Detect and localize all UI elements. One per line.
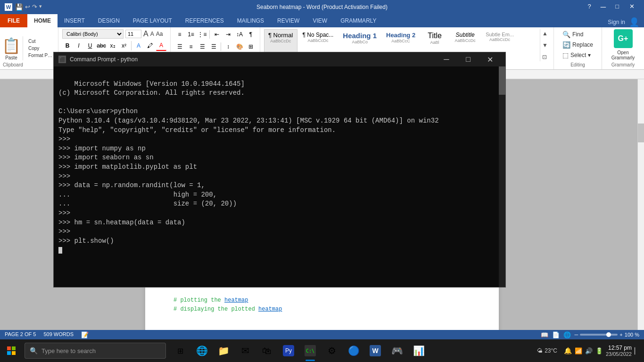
- mail-icon: ✉: [239, 345, 251, 356]
- align-center-button[interactable]: ≡: [186, 41, 196, 52]
- bold-button[interactable]: B: [62, 41, 73, 51]
- taskbar-weather[interactable]: 🌤 23°C: [537, 347, 557, 354]
- align-left-button[interactable]: ☰: [174, 41, 185, 52]
- cmd-maximize-button[interactable]: □: [457, 52, 479, 66]
- cut-button[interactable]: Cut: [27, 38, 55, 44]
- strikethrough-button[interactable]: abc: [96, 41, 107, 51]
- grammarly-button[interactable]: G+: [614, 29, 633, 48]
- undo-icon[interactable]: ↩: [25, 3, 30, 11]
- tab-mailings[interactable]: MAILINGS: [231, 14, 271, 27]
- tab-grammarly[interactable]: GRAMMARLY: [334, 14, 383, 27]
- taskbar-mail[interactable]: ✉: [235, 339, 256, 362]
- shading-button[interactable]: 🎨: [234, 41, 245, 52]
- taskbar-chrome[interactable]: 🔵: [343, 339, 364, 362]
- doc-line-2: # displaying the plotted heatmap: [173, 305, 471, 314]
- format-painter-button[interactable]: Format Painter: [27, 52, 55, 58]
- heatmap-link-2[interactable]: heatmap: [258, 306, 282, 313]
- find-button[interactable]: 🔍 Find: [560, 29, 596, 40]
- print-layout-icon[interactable]: 📄: [552, 331, 560, 338]
- doc-scroll-thumb[interactable]: [638, 123, 644, 142]
- taskbar-sys-icons: 🔔 📶 🔊 🔋: [564, 347, 603, 354]
- taskbar-settings[interactable]: ⚙: [322, 339, 342, 362]
- copy-button[interactable]: Copy: [27, 45, 55, 51]
- read-mode-icon[interactable]: 📖: [541, 331, 548, 338]
- sort-button[interactable]: ↕A: [234, 29, 245, 40]
- styles-expand[interactable]: ⊡: [542, 54, 548, 60]
- highlight-button[interactable]: 🖍: [145, 41, 155, 51]
- increase-font-button[interactable]: A: [143, 30, 149, 38]
- multilevel-button[interactable]: ⋮≡: [197, 29, 207, 40]
- text-effects-button[interactable]: A: [133, 41, 144, 51]
- tab-view[interactable]: VIEW: [306, 14, 334, 27]
- start-button[interactable]: [0, 339, 23, 362]
- line-spacing-button[interactable]: ↕: [223, 41, 233, 52]
- cmd-scrollbar[interactable]: [499, 66, 505, 287]
- underline-button[interactable]: U: [85, 41, 95, 51]
- title-bar-left: W 💾 ↩ ↷ ▾: [5, 3, 42, 11]
- show-formatting-button[interactable]: ¶: [246, 29, 256, 40]
- justify-button[interactable]: ☰: [208, 41, 219, 52]
- taskbar-task-view[interactable]: ⊞: [170, 339, 190, 362]
- tab-home[interactable]: HOME: [27, 14, 58, 27]
- taskbar-clock[interactable]: 12:57 pm 23/05/2022: [606, 345, 632, 357]
- select-button[interactable]: ⬚ Select ▾: [560, 50, 596, 60]
- cmd-close-button[interactable]: ✕: [479, 52, 501, 66]
- taskbar-store[interactable]: 🛍: [256, 339, 277, 362]
- font-name-selector[interactable]: Calibri (Body): [62, 29, 124, 39]
- taskbar-python[interactable]: Py: [278, 339, 299, 362]
- bullets-button[interactable]: ≡: [174, 29, 185, 40]
- superscript-button[interactable]: x²: [119, 41, 129, 51]
- font-size-input[interactable]: [125, 30, 141, 38]
- sign-in-button[interactable]: Sign in: [608, 19, 625, 25]
- notifications-icon[interactable]: 🔔: [564, 347, 572, 354]
- taskbar-cmd[interactable]: C:\: [300, 339, 321, 362]
- paste-button[interactable]: 📋: [3, 36, 20, 55]
- styles-scroll-down[interactable]: ▼: [542, 42, 548, 49]
- web-layout-icon[interactable]: 🌐: [563, 331, 571, 338]
- styles-scroll-up[interactable]: ▲: [542, 30, 548, 37]
- font-color-button[interactable]: A: [156, 41, 166, 51]
- italic-button[interactable]: I: [74, 41, 84, 51]
- maximize-button[interactable]: □: [611, 2, 623, 12]
- battery-icon[interactable]: 🔋: [595, 347, 603, 354]
- minimize-button[interactable]: ─: [597, 2, 610, 12]
- taskbar-search[interactable]: 🔍 Type here to search: [25, 343, 166, 359]
- borders-button[interactable]: ⊞: [246, 41, 256, 52]
- subscript-button[interactable]: x₂: [107, 41, 118, 51]
- proofing-icon[interactable]: 📝: [81, 331, 89, 338]
- tab-references[interactable]: REFERENCES: [179, 14, 231, 27]
- help-button[interactable]: ?: [584, 2, 595, 12]
- close-button[interactable]: ✕: [625, 2, 639, 12]
- network-icon[interactable]: 📶: [575, 347, 582, 354]
- cmd-scroll-thumb[interactable]: [499, 66, 505, 95]
- decrease-indent-button[interactable]: ⇤: [212, 29, 222, 40]
- save-icon[interactable]: 💾: [15, 3, 23, 11]
- redo-icon[interactable]: ↷: [32, 3, 37, 11]
- tab-page-layout[interactable]: PAGE LAYOUT: [126, 14, 179, 27]
- tab-review[interactable]: REVIEW: [271, 14, 306, 27]
- cmd-minimize-button[interactable]: ─: [436, 52, 457, 66]
- customize-qs[interactable]: ▾: [39, 3, 42, 11]
- increase-indent-button[interactable]: ⇥: [223, 29, 233, 40]
- taskbar-app-2[interactable]: 📊: [408, 339, 429, 362]
- taskbar-word[interactable]: W: [365, 339, 386, 362]
- tab-file[interactable]: FILE: [0, 14, 27, 27]
- taskbar-app-1[interactable]: 🎮: [387, 339, 407, 362]
- replace-button[interactable]: 🔄 Replace: [560, 40, 596, 50]
- zoom-slider[interactable]: [580, 334, 618, 336]
- change-case-button[interactable]: Aa: [156, 31, 163, 37]
- taskbar-file-explorer[interactable]: 📁: [213, 339, 234, 362]
- tab-insert[interactable]: INSERT: [58, 14, 91, 27]
- align-right-button[interactable]: ☰: [197, 41, 207, 52]
- tab-design[interactable]: DESIGN: [91, 14, 126, 27]
- numbering-button[interactable]: 1≡: [186, 29, 196, 40]
- show-desktop-button[interactable]: ▏: [635, 347, 639, 354]
- zoom-plus[interactable]: +: [619, 332, 622, 337]
- volume-icon[interactable]: 🔊: [585, 347, 593, 354]
- decrease-font-button[interactable]: A: [150, 31, 154, 37]
- zoom-control: ─ + 100 %: [575, 332, 639, 337]
- heatmap-link-1[interactable]: heatmap: [224, 297, 248, 304]
- zoom-minus[interactable]: ─: [575, 332, 578, 337]
- taskbar-edge[interactable]: 🌐: [191, 339, 212, 362]
- doc-scrollbar[interactable]: [637, 70, 644, 339]
